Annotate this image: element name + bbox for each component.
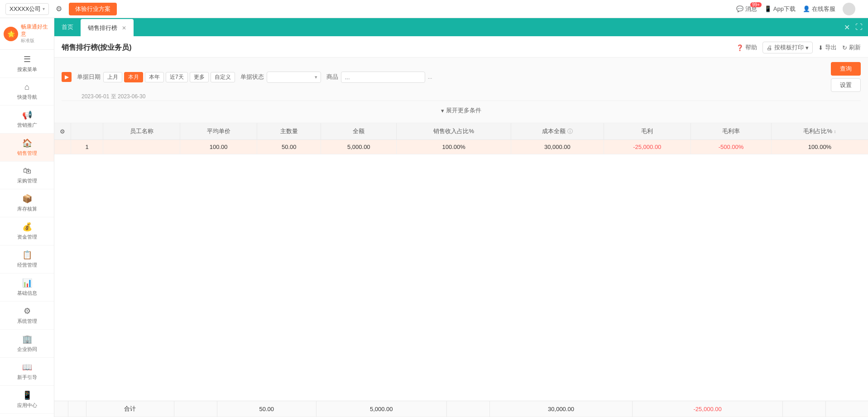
cell-settings	[54, 140, 71, 154]
sidebar-item-marketing[interactable]: 📢 营销推广	[0, 105, 54, 134]
tab-close-icon[interactable]: ✕	[122, 25, 126, 31]
status-filter-label: 单据状态	[240, 73, 264, 81]
page-header: 销售排行榜(按业务员) ❓ 帮助 🖨 按模板打印 ▾ ⬇ 导出	[54, 36, 868, 58]
sidebar-label-purchase: 采购管理	[17, 177, 37, 184]
sidebar-item-system[interactable]: ⚙ 系统管理	[0, 302, 54, 330]
app-center-icon: 📱	[22, 390, 32, 400]
sidebar-label-operations: 经营管理	[17, 262, 37, 268]
help-label: 帮助	[745, 43, 757, 52]
sidebar-item-app-center[interactable]: 📱 应用中心	[0, 386, 54, 414]
goods-more-link[interactable]: ...	[428, 74, 432, 80]
cell-gross-rate: -500.00%	[691, 140, 771, 154]
help-button[interactable]: ❓ 帮助	[736, 43, 757, 52]
export-button[interactable]: ⬇ 导出	[818, 43, 837, 52]
tab-expand-icon[interactable]: ⛶	[854, 21, 864, 33]
logo-icon: 🌟	[4, 27, 18, 41]
logo-sub: 标准版	[21, 38, 50, 44]
refresh-button[interactable]: ↻ 刷新	[842, 43, 861, 52]
online-service-label: 在线客服	[812, 5, 835, 13]
col-sales-pct: 销售收入占比%	[397, 123, 511, 140]
table-header-row: ⚙ 员工名称 平均单价 主数量 全额 销售收入占比% 成本全额 ⓘ 毛利 毛利率…	[54, 123, 868, 140]
tab-home[interactable]: 首页	[54, 18, 81, 36]
sidebar-label-app-center: 应用中心	[17, 402, 37, 409]
sidebar-label-search-order: 搜索菜单	[17, 66, 37, 73]
header-actions: ❓ 帮助 🖨 按模板打印 ▾ ⬇ 导出 ↻ 刷新	[736, 42, 861, 53]
export-icon: ⬇	[818, 44, 823, 51]
print-arrow-icon: ▾	[806, 44, 809, 51]
settings-icon[interactable]: ⚙	[53, 3, 65, 15]
status-select[interactable]	[267, 72, 321, 83]
tab-bar: 首页 销售排行榜 ✕ ✕ ⛶	[54, 18, 868, 36]
col-qty: 主数量	[257, 123, 321, 140]
query-button[interactable]: 查询	[831, 62, 861, 76]
top-right-area: 💬 消息 99+ 📱 App下载 👤 在线客服	[736, 3, 863, 15]
col-rank	[71, 123, 103, 140]
footer-cell-spacer1	[54, 401, 68, 417]
col-cost: 成本全额 ⓘ	[511, 123, 604, 140]
sidebar-label-inventory: 库存核算	[17, 206, 37, 212]
col-settings[interactable]: ⚙	[54, 123, 71, 140]
col-amount: 全额	[321, 123, 397, 140]
filter-toggle-btn[interactable]: ▶	[62, 72, 72, 82]
date-btn-custom[interactable]: 自定义	[211, 72, 235, 82]
sidebar-item-search-order[interactable]: ☰ 搜索菜单	[0, 50, 54, 78]
top-bar: XXXXX公司 ▾ ⚙ 体验行业方案 💬 消息 99+ 📱 App下载 👤 在线…	[0, 0, 868, 18]
footer-cell-amount: 5,000.00	[316, 401, 446, 417]
expand-label: 展开更多条件	[446, 106, 481, 115]
sidebar-item-sales[interactable]: 🏠 销售管理	[0, 134, 54, 162]
sidebar-item-guide[interactable]: 📖 新手引导	[0, 358, 54, 386]
date-btn-7days[interactable]: 近7天	[166, 72, 188, 82]
cell-gross: -25,000.00	[604, 140, 691, 154]
cell-cost: 30,000.00	[511, 140, 604, 154]
date-btn-more[interactable]: 更多	[190, 72, 209, 82]
date-range-text: 2023-06-01 至 2023-06-30	[82, 93, 145, 100]
date-btn-this-year[interactable]: 本年	[145, 72, 164, 82]
expand-chevron-icon: ▾	[441, 107, 444, 114]
online-service-button[interactable]: 👤 在线客服	[803, 5, 835, 13]
app-icon: 📱	[764, 5, 772, 12]
guide-icon: 📖	[22, 362, 32, 372]
company-arrow: ▾	[43, 6, 45, 11]
settings-button[interactable]: 设置	[831, 78, 861, 92]
export-label: 导出	[825, 43, 837, 52]
sidebar-item-quick-nav[interactable]: ⌂ 快捷导航	[0, 78, 54, 105]
expand-button[interactable]: ▾ 展开更多条件	[441, 106, 481, 115]
operations-icon: 📋	[22, 250, 32, 260]
tab-home-label: 首页	[62, 23, 73, 31]
print-icon: 🖨	[767, 44, 772, 51]
table-row: 1 100.00 50.00 5,000.00 100.00% 30,000.0…	[54, 140, 868, 154]
logo-text: 畅康通好生意	[21, 24, 50, 38]
message-button[interactable]: 💬 消息 99+	[736, 5, 757, 13]
enterprise-icon: 🏢	[22, 334, 32, 344]
sidebar-item-finance[interactable]: 💰 资金管理	[0, 217, 54, 245]
sidebar-item-operations[interactable]: 📋 经营管理	[0, 245, 54, 273]
sidebar-item-basic-info[interactable]: 📊 基础信息	[0, 273, 54, 302]
sidebar-item-inventory[interactable]: 📦 库存核算	[0, 189, 54, 217]
marketing-icon: 📢	[22, 110, 32, 120]
tab-bar-right: ✕ ⛶	[842, 21, 868, 34]
data-table: ⚙ 员工名称 平均单价 主数量 全额 销售收入占比% 成本全额 ⓘ 毛利 毛利率…	[54, 123, 868, 154]
sidebar-item-enterprise[interactable]: 🏢 企业协同	[0, 330, 54, 358]
date-btn-this-month[interactable]: 本月	[124, 72, 143, 82]
refresh-icon: ↻	[842, 44, 847, 51]
goods-input[interactable]	[341, 72, 425, 83]
quick-nav-icon: ⌂	[24, 82, 29, 92]
cell-avg-price: 100.00	[180, 140, 257, 154]
basic-info-icon: 📊	[22, 278, 32, 288]
date-btn-last-month[interactable]: 上月	[103, 72, 122, 82]
tab-sales-rank[interactable]: 销售排行榜 ✕	[81, 19, 134, 37]
sidebar-item-purchase[interactable]: 🛍 采购管理	[0, 162, 54, 189]
industry-button[interactable]: 体验行业方案	[69, 3, 117, 15]
col-employee: 员工名称	[103, 123, 180, 140]
app-download-button[interactable]: 📱 App下载	[764, 5, 796, 13]
status-filter: 单据状态	[240, 72, 321, 83]
sort-icon[interactable]: ↕	[834, 129, 836, 134]
print-button[interactable]: 🖨 按模板打印 ▾	[762, 42, 813, 53]
sidebar-item-wechat[interactable]: 💬 企业微信	[0, 414, 54, 417]
cost-info-icon[interactable]: ⓘ	[567, 128, 573, 134]
sidebar-label-quick-nav: 快捷导航	[17, 94, 37, 101]
avatar[interactable]	[843, 3, 855, 15]
company-selector[interactable]: XXXXX公司 ▾	[5, 3, 49, 15]
footer-cell-cost: 30,000.00	[489, 401, 632, 417]
tab-close-all-icon[interactable]: ✕	[842, 21, 852, 34]
